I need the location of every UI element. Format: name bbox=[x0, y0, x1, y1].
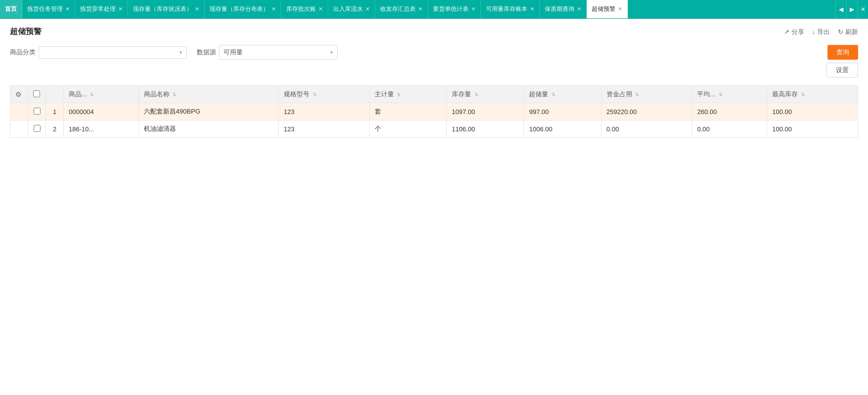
sort-icon: ⇅ bbox=[90, 92, 94, 97]
gear-icon[interactable]: ⚙ bbox=[15, 90, 22, 98]
nav-tab-close[interactable]: ✕ bbox=[471, 6, 476, 12]
row-gear-cell bbox=[10, 103, 28, 120]
page-header: 超储预警 ↗ 分享 ↓ 导出 ↻ 刷新 bbox=[10, 27, 858, 37]
th-product-code[interactable]: 商品... ⇅ bbox=[64, 86, 139, 103]
row-spec: 123 bbox=[279, 120, 370, 138]
nav-prev-button[interactable]: ◀ bbox=[835, 0, 846, 18]
nav-tab-close[interactable]: ✕ bbox=[318, 6, 323, 12]
nav-tab-home[interactable]: 首页 bbox=[0, 0, 22, 18]
nav-tab-avail-ledger[interactable]: 可用量库存账本 ✕ bbox=[481, 0, 540, 18]
page-content: 超储预警 ↗ 分享 ↓ 导出 ↻ 刷新 商品分类 ▾ bbox=[0, 19, 868, 395]
nav-tab-stock-status[interactable]: 现存量（库存状况表） ✕ bbox=[128, 0, 205, 18]
export-icon: ↓ bbox=[812, 28, 816, 36]
nav-tab-stock-dist[interactable]: 现存量（库存分布表） ✕ bbox=[205, 0, 281, 18]
th-rownum bbox=[46, 86, 64, 103]
nav-tab-label: 现存量（库存分布表） bbox=[210, 5, 269, 13]
select-all-checkbox[interactable] bbox=[33, 90, 40, 97]
category-filter-label: 商品分类 bbox=[10, 48, 36, 57]
nav-tab-close[interactable]: ✕ bbox=[65, 6, 70, 12]
row-checkbox-cell[interactable] bbox=[28, 103, 46, 120]
nav-tab-close[interactable]: ✕ bbox=[577, 6, 581, 12]
query-button[interactable]: 查询 bbox=[827, 45, 858, 60]
row-checkbox[interactable] bbox=[34, 108, 41, 115]
refresh-button[interactable]: ↻ 刷新 bbox=[838, 28, 858, 37]
nav-tab-expiry-query[interactable]: 保质期查询 ✕ bbox=[540, 0, 587, 18]
sort-icon: ⇅ bbox=[801, 92, 805, 97]
nav-tab-close[interactable]: ✕ bbox=[195, 6, 199, 12]
category-chevron-icon: ▾ bbox=[179, 49, 182, 56]
nav-tab-stock-batch[interactable]: 库存批次账 ✕ bbox=[281, 0, 328, 18]
row-gear-cell bbox=[10, 120, 28, 138]
nav-tab-label: 要货单统计表 bbox=[433, 5, 469, 13]
sort-icon: ⇅ bbox=[173, 92, 176, 97]
th-overstock-qty[interactable]: 超储量 ⇅ bbox=[524, 86, 601, 103]
table-body: 1 0000004 六配套新昌490BPG 123 套 1097.00 997.… bbox=[10, 103, 858, 138]
datasource-chevron-icon: ▾ bbox=[330, 49, 333, 56]
th-gear[interactable]: ⚙ bbox=[10, 86, 28, 103]
row-product-code: 0000004 bbox=[64, 103, 139, 120]
nav-tab-label: 保质期查询 bbox=[545, 5, 574, 13]
nav-tab-close[interactable]: ✕ bbox=[365, 6, 370, 12]
row-spec: 123 bbox=[279, 103, 370, 120]
row-stock-qty: 1097.00 bbox=[447, 103, 524, 120]
th-avg-price[interactable]: 平均... ⇅ bbox=[692, 86, 767, 103]
nav-tab-label: 现存量（库存状况表） bbox=[133, 5, 192, 13]
nav-tab-close[interactable]: ✕ bbox=[618, 6, 622, 12]
nav-tab-close[interactable]: ✕ bbox=[271, 6, 276, 12]
category-filter-group: 商品分类 ▾ bbox=[10, 46, 187, 59]
nav-tab-label: 拣货任务管理 bbox=[27, 5, 63, 13]
th-max-stock[interactable]: 最高库存 ⇅ bbox=[767, 86, 858, 103]
th-product-name[interactable]: 商品名称 ⇅ bbox=[138, 86, 278, 103]
table-row: 2 186-10... 机油滤清器 123 个 1106.00 1006.00 … bbox=[10, 120, 858, 138]
refresh-icon: ↻ bbox=[838, 28, 843, 36]
row-product-name: 六配套新昌490BPG bbox=[138, 103, 278, 120]
row-unit: 套 bbox=[369, 103, 446, 120]
sort-icon: ⇅ bbox=[397, 92, 401, 97]
row-avg-price: 260.00 bbox=[692, 103, 767, 120]
th-spec[interactable]: 规格型号 ⇅ bbox=[279, 86, 370, 103]
row-capital-used: 0.00 bbox=[601, 120, 692, 138]
nav-tab-overstock-alert[interactable]: 超储预警 ✕ bbox=[587, 0, 628, 18]
share-label: 分享 bbox=[791, 28, 804, 37]
row-checkbox-cell[interactable] bbox=[28, 120, 46, 138]
nav-tab-order-stats[interactable]: 要货单统计表 ✕ bbox=[428, 0, 481, 18]
datasource-filter-group: 数据源 可用量 ▾ bbox=[197, 45, 338, 60]
row-stock-qty: 1106.00 bbox=[447, 120, 524, 138]
row-avg-price: 0.00 bbox=[692, 120, 767, 138]
nav-tab-recv-summary[interactable]: 收发存汇总表 ✕ bbox=[375, 0, 428, 18]
nav-tab-stock-flow[interactable]: 出入库流水 ✕ bbox=[328, 0, 375, 18]
row-overstock-qty: 997.00 bbox=[524, 103, 601, 120]
refresh-label: 刷新 bbox=[845, 28, 858, 37]
nav-tab-label: 收发存汇总表 bbox=[380, 5, 416, 13]
nav-tab-pick-exception[interactable]: 拣货异常处理 ✕ bbox=[75, 0, 128, 18]
nav-tab-close[interactable]: ✕ bbox=[530, 6, 534, 12]
row-product-name: 机油滤清器 bbox=[138, 120, 278, 138]
nav-close-all-button[interactable]: ✕ bbox=[857, 0, 868, 18]
th-stock-qty[interactable]: 库存量 ⇅ bbox=[447, 86, 524, 103]
nav-tab-label: 库存批次账 bbox=[286, 5, 316, 13]
row-number: 2 bbox=[46, 120, 64, 138]
table-row: 1 0000004 六配套新昌490BPG 123 套 1097.00 997.… bbox=[10, 103, 858, 120]
page-title: 超储预警 bbox=[10, 27, 42, 37]
nav-tab-label: 超储预警 bbox=[592, 5, 615, 13]
settings-button[interactable]: 设置 bbox=[826, 63, 858, 78]
share-button[interactable]: ↗ 分享 bbox=[784, 28, 804, 37]
th-capital-used[interactable]: 资金占用 ⇅ bbox=[601, 86, 692, 103]
export-button[interactable]: ↓ 导出 bbox=[812, 28, 830, 37]
datasource-select[interactable]: 可用量 ▾ bbox=[219, 45, 338, 60]
nav-next-button[interactable]: ▶ bbox=[846, 0, 857, 18]
nav-tab-pick-task[interactable]: 拣货任务管理 ✕ bbox=[22, 0, 75, 18]
datasource-filter-label: 数据源 bbox=[197, 48, 216, 57]
th-unit[interactable]: 主计量 ⇅ bbox=[369, 86, 446, 103]
share-icon: ↗ bbox=[784, 28, 789, 36]
datasource-select-value: 可用量 bbox=[223, 48, 243, 57]
table-header: ⚙ 商品... ⇅ 商品名称 ⇅ 规格型号 ⇅ bbox=[10, 86, 858, 103]
row-checkbox[interactable] bbox=[34, 125, 41, 132]
nav-tab-label: 出入库流水 bbox=[333, 5, 363, 13]
category-select[interactable]: ▾ bbox=[39, 46, 187, 59]
nav-tab-close[interactable]: ✕ bbox=[418, 6, 423, 12]
nav-tab-label: 可用量库存账本 bbox=[486, 5, 527, 13]
nav-tab-close[interactable]: ✕ bbox=[118, 6, 123, 12]
nav-tab-home-label: 首页 bbox=[5, 5, 17, 13]
sort-icon: ⇅ bbox=[475, 92, 478, 97]
